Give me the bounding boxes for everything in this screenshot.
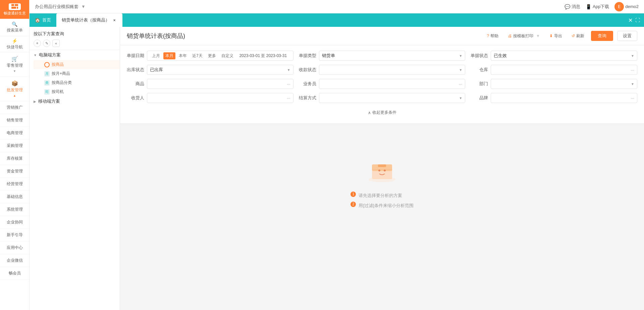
- svg-rect-0: [11, 4, 14, 6]
- filter-doc-type: 单据类型 销货单 ▼: [299, 51, 466, 61]
- sidebar-item-wholesale[interactable]: 📦 批发管理 ▲: [0, 77, 29, 101]
- brand-input[interactable]: ···: [491, 93, 637, 103]
- page-header: 销货单统计表(按商品) ? 帮助 🖨 按模板打印 ▼ ⬇ 导出: [120, 27, 644, 45]
- app-download-btn[interactable]: 📱 App下载: [586, 4, 609, 10]
- sidebar-item-app-center[interactable]: 应用中心: [0, 242, 29, 254]
- sidebar-item-operation[interactable]: 经营管理: [0, 178, 29, 191]
- filter-product: 商品 ···: [127, 79, 293, 89]
- date-tabs: 上月 本月 本年 近7天 更多 自定义: [150, 52, 235, 59]
- salesperson-dots[interactable]: ···: [459, 82, 463, 87]
- date-tab-7days[interactable]: 近7天: [190, 52, 205, 59]
- sidebar-item-member[interactable]: 畅会员: [0, 267, 29, 280]
- retail-arrow: ▼: [13, 69, 16, 73]
- doc-type-select[interactable]: 销货单 ▼: [319, 51, 466, 61]
- empty-text: 1 请先选择要分析的方案 2 用[过滤]条件来缩小分析范围: [351, 191, 413, 211]
- export-btn[interactable]: ⬇ 导出: [547, 32, 565, 40]
- sidebar-item-purchase[interactable]: 采购管理: [0, 140, 29, 152]
- sidebar-item-finance[interactable]: 资金管理: [0, 165, 29, 178]
- main-area: 办公用品行业模拟账套 ▼ 💬 消息 📱 App下载 E demo2 🏠 首页: [30, 0, 644, 310]
- tree-mobile-section[interactable]: ▶ 移动端方案: [30, 96, 120, 106]
- sidebar-quick-nav[interactable]: ⚡ 快捷导航: [0, 36, 29, 52]
- sidebar-item-basic[interactable]: 基础信息: [0, 191, 29, 203]
- date-tab-this-year[interactable]: 本年: [177, 52, 189, 59]
- warehouse-dots[interactable]: ···: [631, 67, 634, 72]
- tree-item-by-driver[interactable]: 司 按司机: [34, 87, 120, 96]
- filter-outbound-status: 出库状态 已出库 ▼: [127, 65, 293, 75]
- date-tab-this-month[interactable]: 本月: [163, 52, 175, 59]
- home-icon: 🏠: [35, 18, 40, 23]
- right-panel: 销货单统计表(按商品) ? 帮助 🖨 按模板打印 ▼ ⬇ 导出: [120, 27, 644, 310]
- tree-item-by-category[interactable]: 类 按商品分类: [34, 78, 120, 87]
- help-btn[interactable]: ? 帮助: [484, 32, 501, 40]
- logo-text: 畅捷通好生意: [4, 11, 26, 16]
- query-btn[interactable]: 查询: [591, 31, 613, 41]
- receiver-input[interactable]: ···: [147, 93, 293, 103]
- filter-receiver: 收货人 ···: [127, 93, 293, 103]
- sidebar-item-marketing[interactable]: 营销推广: [0, 101, 29, 114]
- date-tab-custom[interactable]: 自定义: [219, 52, 235, 59]
- sidebar-item-inventory[interactable]: 库存核算: [0, 152, 29, 165]
- product-input[interactable]: ···: [147, 79, 293, 89]
- receiver-dots[interactable]: ···: [287, 96, 290, 101]
- sidebar: 畅捷通好生意 🔍 搜索菜单 ⚡ 快捷导航 🛒 零售管理 ▼ 📦 批发管理 ▲ 营…: [0, 0, 30, 310]
- message-icon: 💬: [565, 4, 570, 9]
- empty-step-2: 2 用[过滤]条件来缩小分析范围: [351, 201, 413, 210]
- tab-close-window-icon[interactable]: ✕: [628, 17, 633, 23]
- sidebar-item-retail[interactable]: 🛒 零售管理 ▼: [0, 52, 29, 77]
- tree-mobile-arrow: ▶: [34, 100, 36, 103]
- print-dropdown-arrow[interactable]: ▼: [536, 34, 540, 38]
- outbound-status-select[interactable]: 已出库 ▼: [147, 65, 293, 75]
- product-label: 商品: [127, 81, 147, 87]
- tree-pc-section[interactable]: ▼ 电脑端方案: [30, 50, 120, 60]
- salesperson-input[interactable]: ···: [319, 79, 466, 89]
- date-tab-last-month[interactable]: 上月: [150, 52, 162, 59]
- filter-salesperson: 业务员 ···: [299, 79, 466, 89]
- tab-home[interactable]: 🏠 首页: [30, 13, 56, 27]
- filter-row-1: 单据日期 上月 本月 本年 近7天 更多 自定义 2023-03-01 至 20…: [127, 51, 637, 61]
- date-control: 上月 本月 本年 近7天 更多 自定义 2023-03-01 至 2023-03…: [147, 51, 293, 61]
- product-dots[interactable]: ···: [287, 82, 290, 87]
- sidebar-item-wechat[interactable]: 企业微信: [0, 254, 29, 267]
- tree-item-by-month-product[interactable]: 月 按月+商品: [34, 69, 120, 78]
- sidebar-item-sales[interactable]: 销售管理: [0, 114, 29, 127]
- payment-status-select[interactable]: ▼: [319, 65, 466, 75]
- refresh-btn[interactable]: ↺ 刷新: [569, 32, 587, 40]
- collapse-panel-btn[interactable]: «: [52, 40, 60, 47]
- sidebar-item-enterprise[interactable]: 企业协同: [0, 216, 29, 229]
- sidebar-search[interactable]: 🔍 搜索菜单: [0, 19, 29, 36]
- add-scheme-btn[interactable]: +: [34, 40, 41, 47]
- tree-item-by-product[interactable]: 按商品: [34, 60, 120, 69]
- brand-dots[interactable]: ···: [631, 96, 634, 101]
- brand-label: 品牌: [471, 95, 491, 101]
- message-btn[interactable]: 💬 消息: [565, 4, 580, 10]
- tab-sales-stat[interactable]: 销货单统计表（按商品） ✕: [56, 13, 122, 27]
- page-title: 销货单统计表(按商品): [127, 32, 185, 40]
- warehouse-input[interactable]: ···: [491, 65, 637, 75]
- tab-close-btn[interactable]: ✕: [112, 17, 117, 23]
- topbar-right: 💬 消息 📱 App下载 E demo2: [565, 2, 639, 11]
- month-product-icon: 月: [44, 71, 50, 76]
- doc-status-select[interactable]: 已生效 ▼: [491, 51, 637, 61]
- payment-method-select[interactable]: ▼: [319, 93, 466, 103]
- sidebar-item-ecommerce[interactable]: 电商管理: [0, 127, 29, 140]
- empty-illustration: [362, 151, 402, 185]
- filter-row-4: 收货人 ··· 结算方式 ▼ 品牌: [127, 93, 637, 103]
- user-avatar[interactable]: E demo2: [614, 2, 639, 11]
- tree-pc-arrow: ▼: [34, 53, 37, 57]
- date-tab-more[interactable]: 更多: [206, 52, 218, 59]
- by-product-icon: [44, 62, 50, 67]
- department-select[interactable]: ▼: [491, 79, 637, 89]
- topbar-dropdown-arrow[interactable]: ▼: [81, 4, 86, 9]
- left-panel: 按以下方案查询 + ✎ « ▼ 电脑端方案 按商品 月 按月+商: [30, 27, 120, 310]
- collapse-filter-btn[interactable]: ∧ 收起更多条件: [127, 107, 637, 118]
- settings-btn[interactable]: 设置: [617, 31, 637, 41]
- doc-type-arrow: ▼: [459, 54, 462, 58]
- edit-scheme-btn[interactable]: ✎: [43, 40, 50, 47]
- sidebar-item-system[interactable]: 系统管理: [0, 203, 29, 216]
- tab-fullscreen-icon[interactable]: ⛶: [635, 17, 640, 23]
- outbound-status-label: 出库状态: [127, 67, 147, 73]
- phone-icon: 📱: [586, 4, 591, 9]
- sidebar-item-guide[interactable]: 新手引导: [0, 229, 29, 242]
- print-btn[interactable]: 🖨 按模板打印 ▼: [505, 32, 543, 40]
- driver-label: 按司机: [52, 89, 64, 95]
